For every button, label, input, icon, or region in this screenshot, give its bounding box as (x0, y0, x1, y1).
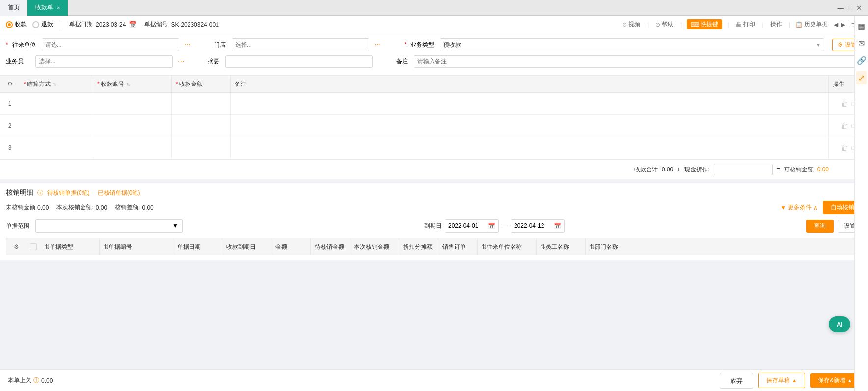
staff-more-btn[interactable]: ··· (178, 57, 184, 66)
td-jiesuan-3[interactable] (20, 137, 93, 159)
sort-v-dept[interactable]: ⇅ (590, 243, 595, 250)
completed-tab-link[interactable]: 已核销单据(0笔) (98, 189, 140, 197)
table-settings-icon[interactable]: ⚙ (0, 81, 20, 87)
beizhu-input-3[interactable] (233, 141, 826, 155)
video-button[interactable]: ⊙ 视频 (620, 19, 642, 29)
date-from-input[interactable]: 2022-04-01 📅 (445, 219, 499, 233)
sort-shoukuan[interactable]: ⇅ (126, 82, 130, 87)
abandon-button[interactable]: 放弃 (720, 373, 753, 389)
td-jiesuan-2[interactable] (20, 115, 93, 137)
date-to-icon[interactable]: 📅 (554, 223, 561, 229)
tab-close-icon[interactable]: × (57, 5, 60, 11)
td-beizhu-3[interactable] (231, 137, 829, 159)
sidebar-expand-icon[interactable]: ⤢ (856, 71, 867, 84)
sort-v-staff[interactable]: ⇅ (541, 243, 545, 250)
summary-input[interactable] (225, 55, 373, 68)
diff-value: 0.00 (142, 204, 153, 211)
delete-row-1[interactable]: 🗑 (841, 100, 848, 108)
verification-stats: 未核销金额 0.00 本次核销金额: 0.00 核销差额: 0.00 ▼ 更多条… (6, 201, 862, 214)
tab-receipt[interactable]: 收款单 × (27, 0, 68, 16)
plus-sign: + (677, 166, 680, 173)
pending-tab-link[interactable]: 待核销单据(0笔) (47, 189, 90, 197)
verification-info-icon[interactable]: ⓘ (37, 189, 43, 197)
shoukuan-input-2[interactable] (95, 119, 169, 133)
jine-input-1[interactable] (174, 97, 228, 111)
save-new-button[interactable]: 保存&新增 ▲ (810, 373, 860, 388)
td-jine-2[interactable] (172, 115, 231, 137)
beizhu-input-1[interactable] (233, 97, 826, 111)
td-jine-1[interactable] (172, 93, 231, 114)
jine-input-2[interactable] (174, 119, 228, 133)
sidebar-email-icon[interactable]: ✉ (856, 37, 867, 50)
shoukuan-input-1[interactable] (95, 97, 169, 111)
close-button[interactable]: ✕ (856, 4, 862, 12)
counterpart-input[interactable] (42, 38, 179, 51)
calendar-icon[interactable]: 📅 (129, 21, 136, 28)
sort-v-type[interactable]: ⇅ (45, 243, 50, 250)
date-to-input[interactable]: 2022-04-12 📅 (511, 219, 565, 233)
delete-row-3[interactable]: 🗑 (841, 144, 848, 152)
refund-radio[interactable]: 退款 (32, 20, 53, 28)
range-select[interactable]: ▼ (35, 219, 183, 233)
v-table-settings-icon[interactable]: ⚙ (6, 243, 26, 250)
receipt-table: ⚙ * 结算方式 ⇅ * 收款账号 ⇅ * 收款金额 备注 操作 1 (0, 75, 868, 159)
jiesuan-input-3[interactable] (22, 141, 91, 155)
diff-label: 核销差额: (115, 203, 140, 212)
this-time-label: 本次核销金额: (56, 203, 93, 212)
jine-input-3[interactable] (174, 141, 228, 155)
help-button[interactable]: ⊙ 帮助 (653, 19, 676, 29)
td-beizhu-2[interactable] (231, 115, 829, 137)
td-jiesuan-1[interactable] (20, 93, 93, 114)
beizhu-input-2[interactable] (233, 119, 826, 133)
sort-v-num[interactable]: ⇅ (104, 243, 108, 250)
td-beizhu-1[interactable] (231, 93, 829, 114)
bottom-info: 本单上欠 ⓘ 0.00 (8, 376, 53, 385)
delete-row-2[interactable]: 🗑 (841, 122, 848, 130)
store-more-btn[interactable]: ··· (374, 40, 380, 49)
v-th-num: ⇅ 单据编号 (100, 238, 173, 255)
td-shoukuan-3[interactable] (93, 137, 172, 159)
tab-bar: 首页 收款单 × — □ ✕ (0, 0, 868, 16)
shoukuan-input-3[interactable] (95, 141, 169, 155)
jiesuan-input-1[interactable] (22, 97, 91, 111)
prev-arrow[interactable]: ◀ (833, 20, 839, 29)
print-button[interactable]: 🖶 打印 (734, 19, 757, 29)
ai-badge[interactable]: Ai (829, 316, 850, 332)
more-conditions-btn[interactable]: ▼ 更多条件 ∧ (780, 203, 818, 212)
counterpart-more-btn[interactable]: ··· (184, 40, 190, 49)
sidebar-table-icon[interactable]: ▦ (856, 20, 867, 33)
operation-button[interactable]: 操作 (768, 19, 784, 29)
jiesuan-input-2[interactable] (22, 119, 91, 133)
sort-jiesuan[interactable]: ⇅ (53, 82, 56, 87)
history-button[interactable]: 📋 历史单据 (795, 20, 828, 28)
available-value: 0.00 (817, 166, 829, 173)
remark-input[interactable] (414, 55, 862, 68)
save-draft-arrow: ▲ (792, 378, 797, 383)
discount-input[interactable] (714, 164, 773, 175)
unverified-amount-item: 未核销金额 0.00 (6, 203, 49, 212)
td-shoukuan-1[interactable] (93, 93, 172, 114)
select-all-checkbox[interactable] (30, 243, 37, 250)
receipt-radio[interactable]: 收款 (6, 20, 27, 28)
td-jine-3[interactable] (172, 137, 231, 159)
unverified-label: 未核销金额 (6, 203, 35, 212)
business-type-select[interactable]: 预收款 ▼ (440, 38, 824, 51)
save-draft-label: 保存草稿 (766, 376, 790, 385)
this-bill-info-icon[interactable]: ⓘ (33, 376, 39, 385)
sort-v-from[interactable]: ⇅ (482, 243, 487, 250)
save-draft-button[interactable]: 保存草稿 ▲ (758, 373, 805, 388)
maximize-button[interactable]: □ (848, 4, 852, 12)
bottom-bar: 本单上欠 ⓘ 0.00 放弃 保存草稿 ▲ 保存&新增 ▲ (0, 369, 868, 391)
td-shoukuan-2[interactable] (93, 115, 172, 137)
receipt-label: 收款 (15, 20, 27, 28)
minimize-button[interactable]: — (838, 4, 844, 12)
v-th-check[interactable] (26, 243, 41, 250)
sidebar-attachment-icon[interactable]: 🔗 (855, 54, 868, 67)
next-arrow[interactable]: ▶ (840, 20, 846, 29)
date-from-icon[interactable]: 📅 (488, 223, 495, 229)
tab-home[interactable]: 首页 (0, 0, 27, 16)
query-button[interactable]: 查询 (806, 220, 834, 233)
staff-input[interactable] (35, 55, 173, 68)
store-input[interactable] (232, 38, 369, 51)
shortcut-button[interactable]: ⌨ 快捷键 (687, 19, 722, 29)
